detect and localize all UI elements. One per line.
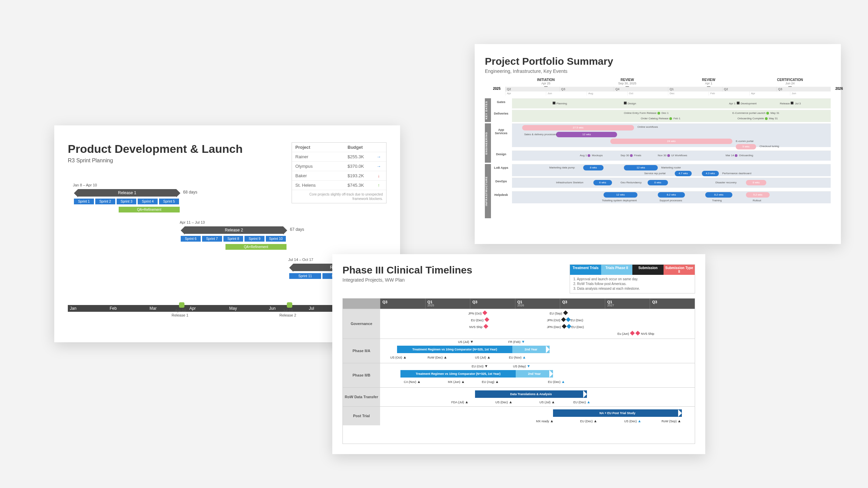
diamond-icon [567,324,571,329]
budget-proj: Baker [295,173,348,178]
group-tab: INFRASTRUCTURE [485,164,491,218]
sprint: Sprint 9 [244,236,264,242]
sprint: Sprint 8 [223,236,243,242]
design-dot-icon [667,154,670,157]
bar: 8 wks [648,180,668,185]
trial-bar: Treatment Regimen vs 10mg Comparator (N=… [400,370,516,378]
row-post-trial: Post Trial NA + EU Post Trial Study MX r… [343,406,695,425]
row-label: App Services [492,126,511,135]
bar: 12 wks [624,165,658,170]
sprint: Sprint 2 [95,199,115,204]
range-label: Jul 14 – Oct 17 [288,258,313,262]
diamond-icon [484,317,489,322]
milestone-label: Release 1 [172,313,189,317]
sprint: Sprint 5 [159,199,179,204]
release-bar: Release 2 [185,226,283,234]
milestone-label: Release 2 [279,313,296,317]
year-label: 2025 [493,87,500,90]
diamond-icon [561,317,566,322]
milestone-flag-icon [287,302,292,308]
milestone-flag-icon [179,302,184,308]
gate-marker-icon [791,102,793,104]
card2-subtitle: Engineering, Infrastructure, Key Events [485,68,831,74]
bar: 27.5 wks [522,125,634,130]
qa-bar: QA+Refinement [119,207,180,212]
deliv-dot-icon [657,112,660,115]
row-phase-2b: Phase II/B EU (Oct) US (May) Treatment R… [343,363,695,387]
legend-box: Treatment Trials Trials Phase II Submiss… [570,264,695,293]
post-trial-bar: NA + EU Post Trial Study [553,409,682,417]
group-tab: KEY DATES [485,98,491,122]
budget-proj: Olympus [295,164,348,169]
budget-proj: Rainer [295,154,348,159]
row-label: LoB Apps [492,164,511,169]
row-label: DevOps [492,178,511,183]
deliveries-row: Online Entry Form Release Dec 1 Order Ca… [512,110,831,122]
helpdesk-row: 12 wks Ticketing system deployment 8.2 w… [512,191,831,203]
timeline-header: INITIATIONApr 25 REVIEWSep 30, 2025 REVI… [505,78,831,98]
card-portfolio: Project Portfolio Summary Engineering, I… [475,44,841,244]
row-label: Design [492,150,511,156]
bar: 24 wks [610,139,732,144]
gate-marker-icon [553,102,555,104]
devops-row: Infrastructure Skeleton 6 wks Geo Redund… [512,178,831,188]
bar: 8.2 wks [658,192,685,198]
range-label: Jan 8 – Apr 10 [73,183,97,187]
legend-item: Submission Type II [664,265,695,275]
trial-bar: 2nd Year [512,346,550,353]
legend-note: 2. RoW Trials follow post Americas. [573,282,691,286]
deliv-dot-icon [765,117,768,120]
gates-row: Planning Design Apr 1Development Release… [512,98,831,108]
bar: 4.7 wks [675,171,692,176]
trend-icon: → [375,154,383,159]
bar: 12 wks [556,132,617,137]
design-dot-icon [588,154,590,157]
diamond-icon [635,331,640,336]
diamond-icon [483,324,488,329]
sprint: Sprint 7 [202,236,222,242]
diamond-icon [482,310,487,315]
gate-marker-icon [737,102,739,104]
bar: 6 wks [593,180,612,185]
sprint: Sprint 10 [266,236,286,242]
group-tab: ENGINEERING [485,123,491,163]
diamond-icon [566,317,571,322]
diamond-icon [563,310,568,315]
year-label: 2026 [835,87,843,90]
trend-icon: ↓ [375,173,383,178]
bar: 12 wks [604,192,637,198]
range-label: Apr 11 – Jul 13 [180,220,205,224]
sprint: Sprint 11 [289,273,321,279]
trend-icon: → [375,164,383,169]
portfolio-body: KEY DATES ENGINEERING INFRASTRUCTURE Gat… [485,98,831,234]
diamond-icon [630,331,634,336]
transfer-bar: Data Translations & Analysis [475,390,587,398]
bar: 5.2 wks [746,192,770,198]
card-clinical: Phase III Clinical Timelines Integrated … [332,254,705,454]
row-label: Gates [492,98,511,104]
bar: 5 wks [736,144,756,149]
sprint: Sprint 3 [117,199,137,204]
app-row: 27.5 wks Online workflows 12 wks Sales &… [512,123,831,147]
days-label: 68 days [183,190,197,195]
card2-title: Project Portfolio Summary [485,56,831,67]
design-row: Aug 1 Mockups Sep 30 Finals Nov 30 UI Wo… [512,150,831,161]
bar: 8 wks [746,180,766,185]
sprint: Sprint 6 [181,236,201,242]
sprint: Sprint 1 [74,199,94,204]
deliv-dot-icon [669,117,672,120]
trial-bar: 2nd Year [516,370,553,378]
clinical-grid: Q3 Q12025 Q3 Q12026 Q3 Q12027 Q3 Governa… [342,298,695,444]
bar: 4.3 wks [702,171,719,176]
legend-item: Treatment Trials [570,265,601,275]
lob-row: Marketing data pump 8 wks 12 wks Marketi… [512,164,831,176]
budget-header-budget: Budget [348,145,375,150]
release-bar: Release 1 [78,189,176,197]
milestone-date: Apr 10 [175,308,186,312]
row-phase-2a: Phase II/A US (Jul) FR (Feb) Treatment R… [343,339,695,363]
design-dot-icon [630,154,633,157]
bar: 8.2 wks [705,192,732,198]
trial-bar: Treatment Regimen vs 10mg Comparator (N=… [397,346,512,353]
deliv-dot-icon [766,112,769,115]
diamond-icon [562,324,567,329]
